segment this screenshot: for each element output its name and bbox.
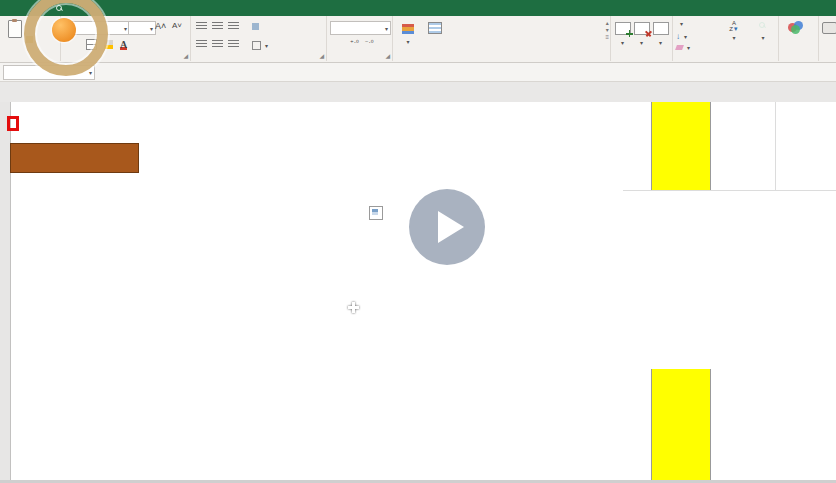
align-middle-icon[interactable] [212,22,223,30]
paste-icon[interactable] [8,20,22,38]
merge-center-icon [252,41,261,50]
chevron-down-icon: ▾ [89,69,92,76]
borders-icon[interactable] [86,39,97,50]
chevron-down-icon: ▾ [265,42,268,49]
company-title-cell[interactable] [10,143,139,173]
chevron-down-icon: ▾ [395,38,421,45]
eraser-icon [675,45,684,50]
format-as-table-icon [428,22,442,34]
ribbon-group-number: ▾ ⁺·⁰ ⁻·⁰ ◢ [326,16,393,61]
play-button[interactable] [409,189,485,265]
column-headers [0,82,836,103]
format-icon [653,22,669,35]
insert-cells-button[interactable]: ▾ [614,21,631,46]
ribbon-group-font: ▾ ▾ A˄ A˅ A ◢ [60,16,191,61]
ribbon-group-clipboard [0,16,61,61]
align-center-icon[interactable] [212,40,223,48]
font-name-box[interactable]: ▾ [64,21,130,35]
title-bar [0,0,836,16]
name-box[interactable]: ▾ [3,65,95,80]
sheet-body [0,102,836,483]
gridline [775,102,776,190]
format-painter-button[interactable] [26,36,35,43]
ribbon: ▾ ▾ A˄ A˅ A ◢ [0,16,836,63]
fill-button[interactable]: ↓ ▾ [676,32,687,41]
format-cells-button[interactable]: ▾ [652,21,669,46]
formula-bar: ▾ [0,63,836,82]
ribbon-group-editing: ▾ ↓ ▾ ▾ AZ▼ ▾ ▾ [672,16,779,61]
camera-icon[interactable] [822,22,836,34]
baidu-netdisk-icon[interactable] [788,21,804,33]
chevron-down-icon: ▾ [385,25,388,32]
grow-font-button[interactable]: A˄ [155,21,166,31]
increase-decimal-icon[interactable]: ⁺·⁰ [350,39,359,47]
dialog-launcher-icon[interactable]: ◢ [319,52,324,59]
find-select-button[interactable]: ▾ [749,20,777,41]
merge-center-button[interactable]: ▾ [252,41,268,50]
fill-down-icon: ↓ [676,32,680,41]
cell-cursor [348,302,359,313]
search-icon [56,5,63,12]
ribbon-group-styles: ▾ ▴▾≡ [392,16,611,61]
font-size-box[interactable]: ▾ [128,21,156,35]
gallery-scroll[interactable]: ▴▾≡ [605,20,609,41]
sort-az-icon: AZ▼ [720,20,748,32]
chevron-down-icon: ▾ [124,25,127,32]
ribbon-group-cells: ▾ ▾ ▾ [610,16,673,61]
format-as-table-button[interactable] [422,20,448,38]
align-right-icon[interactable] [228,40,239,48]
align-bottom-icon[interactable] [228,22,239,30]
wrap-text-icon [252,23,259,30]
dialog-launcher-icon[interactable]: ◢ [385,52,390,59]
format-painter-icon [26,36,33,43]
insert-icon [626,30,633,37]
conditional-formatting-button[interactable]: ▾ [395,20,421,45]
fill-color-icon[interactable] [104,40,113,49]
autosum-button[interactable]: ▾ [676,20,683,27]
ribbon-group-alignment: ▾ ◢ [190,16,327,61]
conditional-formatting-icon [402,24,414,34]
clear-button[interactable]: ▾ [676,44,690,51]
smart-tag-icon[interactable] [369,206,383,220]
number-format-box[interactable]: ▾ [330,21,391,35]
q-column-block-bottom[interactable] [651,369,711,480]
q-column-block-top[interactable] [651,102,711,190]
ribbon-group-cut-off [818,16,836,61]
delete-cells-button[interactable]: ▾ [633,21,650,46]
decrease-decimal-icon[interactable]: ⁻·⁰ [365,39,374,47]
dialog-launcher-icon[interactable]: ◢ [183,52,188,59]
sort-filter-button[interactable]: AZ▼ ▾ [720,20,748,41]
excel-window: ▾ ▾ A˄ A˅ A ◢ [0,0,836,483]
font-color-icon[interactable]: A [120,39,127,50]
tell-me-search[interactable] [56,5,66,12]
magnifier-icon [759,22,768,31]
gridline [623,190,836,191]
align-left-icon[interactable] [196,40,207,48]
shrink-font-button[interactable]: A˅ [172,21,182,30]
align-top-icon[interactable] [196,22,207,30]
chevron-down-icon: ▾ [150,25,153,32]
wrap-text-button[interactable] [252,23,261,30]
ribbon-group-save [778,16,819,61]
